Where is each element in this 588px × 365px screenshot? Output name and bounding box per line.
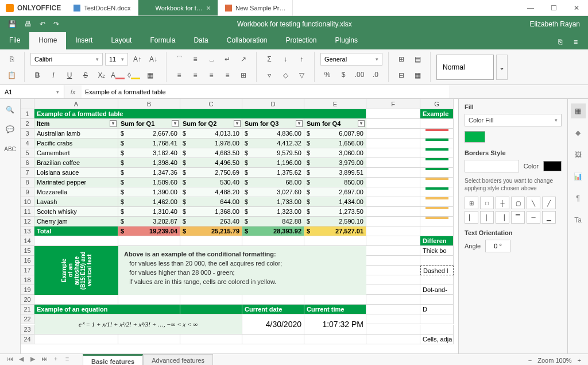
value-cell[interactable]: $3,060.00	[304, 148, 366, 158]
menu-collab[interactable]: Collaboration	[218, 32, 277, 49]
value-cell[interactable]: $6,087.90	[304, 129, 366, 139]
current-time-label[interactable]: Current time	[304, 305, 366, 314]
comments-icon[interactable]: 💬	[4, 123, 17, 136]
item-cell[interactable]: Marinated pepper	[34, 178, 118, 187]
item-cell[interactable]: Camembert	[34, 148, 118, 158]
cell[interactable]	[366, 335, 420, 344]
cell[interactable]	[118, 335, 180, 344]
row-header[interactable]: 16	[21, 256, 34, 266]
cell[interactable]	[366, 129, 420, 139]
cell[interactable]	[366, 314, 420, 324]
value-cell[interactable]: $530.40	[180, 178, 242, 187]
cell[interactable]	[180, 335, 242, 344]
total-cell[interactable]: $25,215.79	[180, 226, 242, 236]
align-top-icon[interactable]: ⎴	[172, 52, 186, 66]
value-cell[interactable]: $2,750.69	[180, 168, 242, 178]
font-size-select[interactable]: 11▾	[105, 53, 128, 66]
paste-button[interactable]: 📋	[5, 68, 18, 82]
value-cell[interactable]: $4,013.10	[180, 129, 242, 139]
border-color-swatch[interactable]	[543, 161, 562, 171]
border-top-icon[interactable]: ▔	[511, 211, 525, 224]
cell[interactable]	[366, 275, 420, 285]
cell-style-select[interactable]: Normal	[436, 55, 494, 80]
close-button[interactable]: ✕	[565, 0, 588, 16]
cell[interactable]	[366, 325, 420, 335]
filter-icon[interactable]: ▽	[295, 68, 308, 82]
align-left-icon[interactable]: ≡	[172, 68, 186, 82]
row-header[interactable]: 18	[21, 275, 34, 285]
row-header[interactable]: 19	[21, 285, 34, 295]
cell[interactable]	[420, 226, 454, 236]
search-icon[interactable]: 🔍	[4, 103, 17, 116]
sparkline-cell[interactable]	[420, 187, 454, 197]
equation-cell[interactable]: eˣ = 1 + x/1! + x²/2! + x³/3! + …, −∞ < …	[34, 314, 242, 335]
cell[interactable]	[180, 236, 242, 246]
row-header[interactable]: 17	[21, 266, 34, 275]
spreadsheet[interactable]: ABCDEFG1Example of a formatted tableExam…	[21, 99, 458, 354]
side-cell[interactable]	[420, 275, 454, 285]
item-cell[interactable]: Scotch whisky	[34, 207, 118, 217]
cell[interactable]	[180, 305, 242, 314]
cell[interactable]	[366, 305, 420, 314]
wrap-text-icon[interactable]: ↵	[220, 52, 234, 66]
row-header[interactable]: 7	[21, 168, 34, 178]
name-box[interactable]: A1▾	[0, 85, 64, 98]
view-settings-icon[interactable]: ≡	[568, 34, 583, 49]
row-header[interactable]: 8	[21, 178, 34, 187]
side-cell[interactable]: Differen	[420, 236, 454, 246]
col-header[interactable]: G	[420, 99, 454, 109]
value-cell[interactable]: $1,398.40	[118, 158, 180, 168]
border-left-icon[interactable]: ▏	[465, 211, 478, 224]
cell[interactable]	[366, 295, 420, 305]
value-cell[interactable]: $2,697.00	[304, 187, 366, 197]
cell[interactable]	[180, 295, 242, 305]
tab-doc[interactable]: TestDocEN.docx	[67, 0, 138, 16]
percent-icon[interactable]: %	[320, 68, 334, 82]
value-cell[interactable]: $1,273.50	[304, 207, 366, 217]
row-header[interactable]: 9	[21, 187, 34, 197]
total-cell[interactable]: $19,239.04	[118, 226, 180, 236]
cell[interactable]	[366, 256, 420, 266]
align-center-icon[interactable]: ≡	[188, 68, 202, 82]
cell-settings-icon[interactable]: ▦	[571, 103, 586, 118]
value-cell[interactable]: $263.40	[180, 217, 242, 226]
value-cell[interactable]: $4,836.00	[242, 129, 304, 139]
autoshape[interactable]: Exampleof anautoshape(B15:E19) andvertic…	[34, 246, 118, 295]
menu-file[interactable]: File	[0, 32, 29, 49]
value-cell[interactable]: $1,733.00	[242, 197, 304, 207]
first-sheet-icon[interactable]: ⏮	[5, 355, 15, 365]
table-header[interactable]: Sum for Q4▾	[304, 119, 366, 129]
menu-plugins[interactable]: Plugins	[326, 32, 367, 49]
value-cell[interactable]: $3,182.40	[118, 148, 180, 158]
cell[interactable]	[366, 148, 420, 158]
border-right-icon[interactable]: ▕	[496, 211, 509, 224]
clear-icon[interactable]: ◇	[278, 68, 292, 82]
cell[interactable]	[242, 295, 304, 305]
zoom-out-icon[interactable]: −	[528, 357, 532, 364]
image-settings-icon[interactable]: 🖼	[571, 147, 586, 162]
cell[interactable]	[118, 295, 180, 305]
cell[interactable]	[420, 325, 454, 335]
item-cell[interactable]: Mozzarella	[34, 187, 118, 197]
orientation-icon[interactable]: ↗	[237, 52, 250, 66]
table-header[interactable]: Sum for Q1▾	[118, 119, 180, 129]
sparkline-cell[interactable]	[420, 168, 454, 178]
border-all-icon[interactable]: ⊞	[465, 197, 478, 209]
cell[interactable]	[366, 168, 420, 178]
row-header[interactable]: 23	[21, 325, 34, 335]
side-cell[interactable]: Cells, adja	[420, 335, 454, 344]
dec-dec-icon[interactable]: .00	[353, 68, 366, 82]
col-header[interactable]: F	[366, 99, 420, 109]
tab-ppt[interactable]: New Sample Pr…	[218, 0, 293, 16]
fx-icon[interactable]: fx	[64, 89, 82, 95]
zoom-label[interactable]: Zoom 100%	[537, 357, 571, 364]
sort-up-icon[interactable]: ↑	[295, 52, 308, 66]
sort-down-icon[interactable]: ↓	[278, 52, 292, 66]
cell[interactable]	[366, 187, 420, 197]
sparkline-cell[interactable]	[420, 139, 454, 148]
value-cell[interactable]: $1,656.00	[304, 139, 366, 148]
style-dropdown-icon[interactable]: ⌄	[496, 55, 508, 80]
align-justify-icon[interactable]: ≡	[220, 68, 234, 82]
paragraph-settings-icon[interactable]: ¶	[571, 191, 586, 206]
redo-icon[interactable]: ↷	[53, 20, 59, 28]
